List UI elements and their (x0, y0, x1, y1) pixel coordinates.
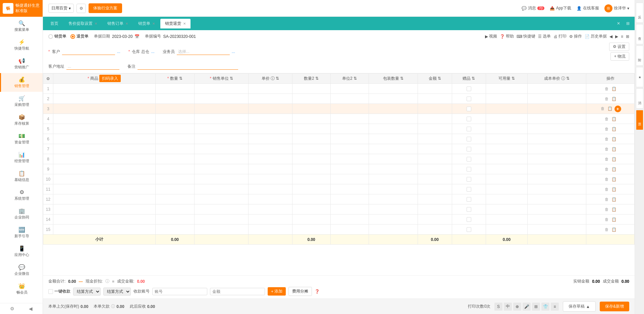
sidebar-item-operation[interactable]: 📊 经营管理 (0, 148, 43, 167)
right-panel-btn-1[interactable]: 反 (636, 3, 643, 23)
delete-icon-15[interactable]: 🗑 (604, 227, 610, 233)
gift-checkbox-10[interactable] (467, 177, 471, 182)
row-price-4[interactable] (249, 114, 292, 124)
row-amount-2[interactable] (418, 94, 452, 104)
row-unit2-8[interactable] (330, 154, 369, 164)
row-unit2-13[interactable] (330, 204, 369, 214)
row-amount-13[interactable] (418, 204, 452, 214)
save-new-button[interactable]: 保存&新增 (600, 302, 629, 311)
topbar-settings-button[interactable]: ⚙ (76, 4, 86, 13)
row-available-6[interactable] (486, 134, 528, 144)
gift-checkbox-2[interactable] (467, 97, 471, 101)
row-available-8[interactable] (486, 154, 528, 164)
row-qty-9[interactable] (155, 164, 194, 174)
row-price-1[interactable] (249, 84, 292, 94)
row-price-12[interactable] (249, 194, 292, 204)
view-list-btn[interactable]: ≡ (621, 34, 623, 39)
row-price-10[interactable] (249, 174, 292, 184)
one-key-payment-checkbox[interactable]: 一键收款 (48, 289, 70, 294)
gift-checkbox-9[interactable] (467, 167, 471, 172)
radio-sales[interactable]: 销货单 (48, 34, 66, 39)
sidebar-item-sales[interactable]: 💰 销售管理 (0, 73, 43, 92)
row-unit2-7[interactable] (330, 144, 369, 154)
row-pack-9[interactable] (369, 164, 418, 174)
row-qty-3[interactable] (155, 104, 194, 114)
gift-checkbox-3[interactable] (467, 107, 471, 111)
row-price-15[interactable] (249, 225, 292, 235)
row-unit-15[interactable] (195, 225, 249, 235)
row-qty-13[interactable] (155, 204, 194, 214)
row-product-12[interactable] (53, 194, 156, 204)
select-btn[interactable]: ☰ 选单 (538, 34, 551, 39)
help-btn[interactable]: ❓ 帮助 (500, 34, 514, 39)
row-product-13[interactable] (53, 204, 156, 214)
copy-icon-14[interactable]: 📋 (611, 216, 617, 223)
row-qty2-10[interactable] (292, 174, 330, 184)
row-price-8[interactable] (249, 154, 292, 164)
copy-icon-4[interactable]: 📋 (611, 116, 617, 122)
right-panel-btn-6[interactable]: 票 (636, 110, 643, 130)
delete-icon-13[interactable]: 🗑 (604, 206, 610, 212)
row-cost-8[interactable] (528, 154, 586, 164)
radio-return[interactable]: 退货单 (70, 34, 89, 39)
row-product-1[interactable] (53, 84, 156, 94)
copy-icon-15[interactable]: 📋 (611, 227, 617, 233)
delete-icon-7[interactable]: 🗑 (604, 146, 610, 152)
copy-icon-9[interactable]: 📋 (611, 166, 617, 172)
tab-home[interactable]: 首页 (46, 19, 63, 28)
row-unit-7[interactable] (195, 144, 249, 154)
row-qty-7[interactable] (155, 144, 194, 154)
add-logistics-button[interactable]: + 物流 (610, 52, 629, 61)
row-product-2[interactable] (53, 94, 156, 104)
row-pack-10[interactable] (369, 174, 418, 184)
add-row-btn[interactable]: + (614, 106, 621, 112)
delete-icon-9[interactable]: 🗑 (604, 166, 610, 172)
right-panel-btn-4[interactable]: ★ (636, 67, 643, 87)
row-unit-8[interactable] (195, 154, 249, 164)
row-pack-11[interactable] (369, 184, 418, 194)
row-amount-12[interactable] (418, 194, 452, 204)
tab-close-icon[interactable]: ✕ (183, 22, 186, 25)
row-price-9[interactable] (249, 164, 292, 174)
copy-icon-3[interactable]: 📋 (607, 106, 613, 112)
calendar-icon[interactable]: 📅 (135, 34, 140, 39)
row-unit-1[interactable] (195, 84, 249, 94)
video-btn[interactable]: ▶ 视频 (485, 34, 497, 39)
row-qty2-9[interactable] (292, 164, 330, 174)
row-amount-6[interactable] (418, 134, 452, 144)
account-input[interactable] (152, 288, 207, 295)
row-product-7[interactable] (53, 144, 156, 154)
row-qty2-4[interactable] (292, 114, 330, 124)
tab-price-settings[interactable]: 售价提取设置 ✕ (64, 19, 102, 28)
row-unit-13[interactable] (195, 204, 249, 214)
tab-close-icon[interactable]: ✕ (152, 22, 155, 25)
add-button[interactable]: + 添加 (268, 287, 286, 296)
right-panel-btn-3[interactable]: 附 (636, 46, 643, 66)
delete-icon-10[interactable]: 🗑 (604, 176, 610, 182)
row-pack-1[interactable] (369, 84, 418, 94)
gift-checkbox-6[interactable] (467, 137, 471, 141)
warehouse-select-btn[interactable]: ... (151, 49, 155, 54)
row-qty-11[interactable] (155, 184, 194, 194)
row-unit2-14[interactable] (330, 214, 369, 225)
delete-icon-14[interactable]: 🗑 (604, 216, 610, 223)
row-qty-5[interactable] (155, 124, 194, 134)
row-amount-8[interactable] (418, 154, 452, 164)
row-amount-10[interactable] (418, 174, 452, 184)
daily-select[interactable]: 日用百货 ▾ (48, 4, 74, 13)
row-unit2-9[interactable] (330, 164, 369, 174)
row-qty2-8[interactable] (292, 154, 330, 164)
next-record-btn[interactable]: ▶ (615, 34, 618, 39)
user-menu[interactable]: 徐 徐泽华 ▾ (604, 4, 629, 12)
row-available-5[interactable] (486, 124, 528, 134)
row-qty2-15[interactable] (292, 225, 330, 235)
row-available-14[interactable] (486, 214, 528, 225)
print-btn[interactable]: 🖨 打印 (553, 34, 567, 39)
row-unit-6[interactable] (195, 134, 249, 144)
row-available-7[interactable] (486, 144, 528, 154)
gift-checkbox-12[interactable] (467, 197, 471, 202)
th-settings[interactable]: ⚙ (43, 74, 53, 84)
right-panel-btn-2[interactable]: 查 (636, 24, 643, 44)
gift-checkbox-11[interactable] (467, 187, 471, 192)
row-unit2-12[interactable] (330, 194, 369, 204)
